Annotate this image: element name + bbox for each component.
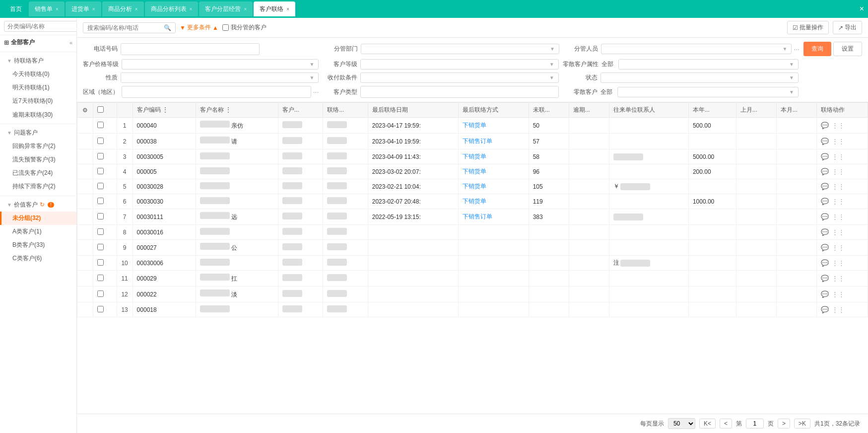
prev-page-button[interactable]: < <box>720 419 732 429</box>
row-checkbox[interactable] <box>97 290 104 297</box>
th-this-month[interactable]: 本月... <box>776 103 816 118</box>
td-check[interactable] <box>93 287 117 302</box>
last-method-link[interactable]: 下销货单 <box>463 168 486 175</box>
reset-button[interactable]: 设置 <box>833 42 862 56</box>
last-method-link[interactable]: 下销货单 <box>463 153 486 160</box>
td-check[interactable] <box>93 209 117 225</box>
phone-input[interactable] <box>121 43 260 55</box>
more-icon[interactable]: ⋮⋮ <box>832 306 845 313</box>
th-last-month[interactable]: 上月... <box>736 103 776 118</box>
th-unit-contact[interactable]: 往来单位联系人 <box>609 103 688 118</box>
row-checkbox[interactable] <box>97 228 104 235</box>
chat-icon[interactable]: 💬 <box>821 198 829 205</box>
more-icon[interactable]: ⋮⋮ <box>832 290 845 298</box>
row-checkbox[interactable] <box>97 306 104 312</box>
th-check[interactable] <box>93 103 117 118</box>
my-customers-checkbox[interactable] <box>222 24 229 31</box>
sidebar-item-tomorrow[interactable]: 明天待联络(1) <box>0 81 76 94</box>
sidebar-item-abnormal[interactable]: 回购异常客户(2) <box>0 140 76 153</box>
sidebar-all-customers[interactable]: ⊞ 全部客户 « <box>0 35 76 50</box>
customer-level-select[interactable]: ▼ <box>360 59 558 70</box>
td-check[interactable] <box>93 179 117 194</box>
td-check[interactable] <box>93 164 117 179</box>
th-overdue[interactable]: 逾期... <box>569 103 609 118</box>
sidebar-item-churned[interactable]: 已流失客户(24) <box>0 166 76 180</box>
more-icon[interactable]: ⋮⋮ <box>832 122 845 129</box>
purchase-tab-close[interactable]: × <box>92 6 95 12</box>
th-settings[interactable]: ⚙ <box>77 103 93 118</box>
more-conditions-button[interactable]: ▼ 更多条件 ▲ <box>180 23 218 32</box>
td-check[interactable] <box>93 256 117 271</box>
more-icon[interactable]: ⋮⋮ <box>832 198 845 205</box>
zero-customer-select[interactable]: ▼ <box>617 87 799 97</box>
manager-more-btn[interactable]: ··· <box>794 45 800 53</box>
export-button[interactable]: ↗ 导出 <box>833 21 862 34</box>
last-method-link[interactable]: 下销货单 <box>463 122 486 129</box>
more-icon[interactable]: ⋮⋮ <box>832 138 845 145</box>
region-input[interactable] <box>122 86 311 98</box>
sales-tab-close[interactable]: × <box>56 6 59 12</box>
sidebar-item-overdue[interactable]: 逾期未联络(30) <box>0 108 76 122</box>
td-check[interactable] <box>93 149 117 164</box>
sidebar-waiting-contact-group[interactable]: ▼ 待联络客户 <box>0 54 76 68</box>
row-checkbox[interactable] <box>97 153 104 159</box>
nav-tab-product-analysis[interactable]: 商品分析 × <box>102 1 144 16</box>
query-button[interactable]: 查询 <box>803 42 831 56</box>
th-no-contact[interactable]: 未联... <box>529 103 569 118</box>
nav-tab-product-analysis-list[interactable]: 商品分析列表 × <box>145 1 199 16</box>
first-page-button[interactable]: K< <box>699 419 716 429</box>
sidebar-item-churn-warning[interactable]: 流失预警客户(3) <box>0 153 76 166</box>
product-analysis-tab-close[interactable]: × <box>135 6 138 12</box>
row-checkbox[interactable] <box>97 275 104 281</box>
sidebar-search-input[interactable] <box>4 21 77 32</box>
td-check[interactable] <box>93 240 117 256</box>
batch-ops-button[interactable]: ☑ 批量操作 <box>787 21 829 34</box>
chat-icon[interactable]: 💬 <box>821 213 829 220</box>
region-more-btn[interactable]: ··· <box>313 88 319 96</box>
product-analysis-list-tab-close[interactable]: × <box>190 6 193 12</box>
manager-select[interactable]: ▼ <box>601 44 792 54</box>
close-all-tabs-button[interactable]: × <box>860 4 864 13</box>
td-check[interactable] <box>93 225 117 240</box>
sidebar-item-today[interactable]: 今天待联络(0) <box>0 68 76 81</box>
sidebar-item-ungroup[interactable]: 未分组(32) <box>0 212 76 225</box>
th-type[interactable]: 客户... <box>278 103 323 118</box>
more-icon[interactable]: ⋮⋮ <box>832 244 845 251</box>
row-checkbox[interactable] <box>97 122 104 128</box>
th-this-year[interactable]: 本年... <box>688 103 736 118</box>
chat-icon[interactable]: 💬 <box>821 244 829 251</box>
more-icon[interactable]: ⋮⋮ <box>832 259 845 267</box>
sidebar-item-7days[interactable]: 近7天待联络(0) <box>0 94 76 108</box>
th-last-method[interactable]: 最后联络方式 <box>459 103 529 118</box>
chat-icon[interactable]: 💬 <box>821 153 829 160</box>
sidebar-item-declining[interactable]: 持续下滑客户(2) <box>0 180 76 193</box>
chat-icon[interactable]: 💬 <box>821 138 829 145</box>
td-check[interactable] <box>93 134 117 149</box>
td-check[interactable] <box>93 302 117 317</box>
td-check[interactable] <box>93 118 117 134</box>
customer-contact-tab-close[interactable]: × <box>286 6 289 12</box>
row-checkbox[interactable] <box>97 213 104 219</box>
last-method-link[interactable]: 下销售订单 <box>463 213 492 220</box>
th-name[interactable]: 客户名称 ⋮ <box>196 103 278 118</box>
more-icon[interactable]: ⋮⋮ <box>832 168 845 175</box>
chat-icon[interactable]: 💬 <box>821 275 829 282</box>
td-check[interactable] <box>93 271 117 287</box>
refresh-icon[interactable]: ↻ <box>40 201 45 208</box>
chat-icon[interactable]: 💬 <box>821 290 829 298</box>
sidebar-item-class-c[interactable]: C类客户(6) <box>0 252 76 265</box>
sidebar-item-class-b[interactable]: B类客户(33) <box>0 238 76 252</box>
search-icon[interactable]: 🔍 <box>164 24 171 31</box>
chat-icon[interactable]: 💬 <box>821 168 829 175</box>
more-icon[interactable]: ⋮⋮ <box>832 183 845 190</box>
row-checkbox[interactable] <box>97 138 104 144</box>
nav-tab-customer-contact[interactable]: 客户联络 × <box>254 1 295 16</box>
more-icon[interactable]: ⋮⋮ <box>832 228 845 236</box>
collapse-sidebar-icon[interactable]: « <box>69 40 72 46</box>
row-checkbox[interactable] <box>97 168 104 174</box>
chat-icon[interactable]: 💬 <box>821 228 829 236</box>
customer-segment-tab-close[interactable]: × <box>244 6 247 12</box>
select-all-checkbox[interactable] <box>97 106 104 113</box>
next-page-button[interactable]: > <box>778 419 790 429</box>
sidebar-problem-customers-group[interactable]: ▼ 问题客户 <box>0 126 76 140</box>
